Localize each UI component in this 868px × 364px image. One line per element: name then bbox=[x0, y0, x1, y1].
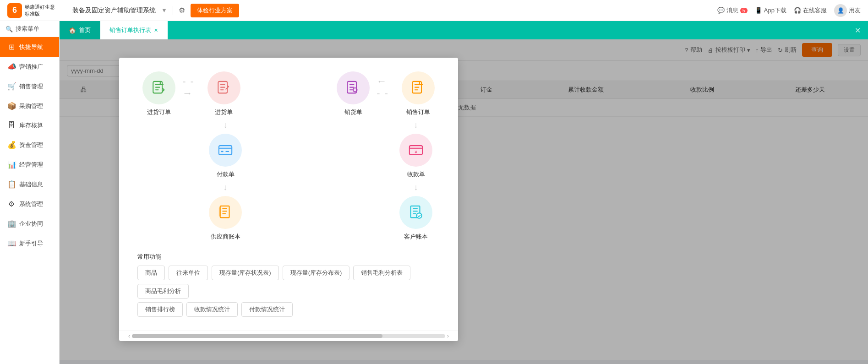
sidebar-item-operations[interactable]: 📊 经营管理 bbox=[0, 155, 59, 174]
wf-node-sales-bill[interactable]: 销货单 bbox=[332, 71, 375, 116]
sidebar-item-label: 营销推广 bbox=[19, 63, 43, 71]
home-icon: 🏠 bbox=[69, 27, 76, 34]
wf-node-sales-order[interactable]: 销售订单 bbox=[397, 71, 440, 116]
sales-order-icon bbox=[402, 71, 435, 104]
wf-node-purchase-order[interactable]: 进货订单 bbox=[137, 71, 180, 116]
settings-icon[interactable]: ⚙ bbox=[179, 6, 185, 15]
message-badge: 5 bbox=[740, 8, 748, 13]
app-container: 6 畅康通好生意 标准版 装备及固定资产辅助管理系统 ▼ ⚙ 体验行业方案 💬 … bbox=[0, 0, 868, 364]
workflow-row-1: 进货订单 - - → bbox=[137, 71, 440, 116]
headset-icon: 🎧 bbox=[794, 7, 801, 14]
arrow-down-purchase: ↓ bbox=[202, 121, 249, 129]
modal-scrollbar: ‹ › bbox=[119, 331, 458, 341]
purchase-bill-icon bbox=[207, 71, 240, 104]
phone-icon: 📱 bbox=[755, 7, 762, 14]
sales-icon: 🛒 bbox=[7, 82, 16, 91]
sidebar-item-sales[interactable]: 🛒 销售管理 bbox=[0, 76, 59, 96]
sidebar-item-basic-info[interactable]: 📋 基础信息 bbox=[0, 174, 59, 194]
workflow-row-arrows: ↓ ↓ bbox=[137, 121, 440, 129]
sidebar: 🔍 搜索菜单 ⊞ 快捷导航 📣 营销推广 🛒 销售管理 📦 采购管理 🗄 bbox=[0, 21, 60, 364]
func-btn-payment-stats[interactable]: 付款情况统计 bbox=[241, 302, 293, 317]
modal-overlay: 进货订单 - - → bbox=[60, 39, 868, 364]
window-close-button[interactable]: ✕ bbox=[847, 26, 868, 35]
sidebar-item-label: 销售管理 bbox=[19, 82, 43, 91]
dropdown-arrow-icon[interactable]: ▼ bbox=[161, 7, 167, 14]
common-functions: 常用功能 商品 往来单位 现存量(库存状况表) 现存量(库存分布表) 销售毛利分… bbox=[137, 253, 440, 317]
workflow-row-3: 供应商账本 bbox=[137, 196, 440, 241]
scroll-left-arrow[interactable]: ‹ bbox=[128, 333, 130, 339]
wf-node-payment-bill[interactable]: 付款单 bbox=[202, 134, 249, 179]
sidebar-item-label: 库存核算 bbox=[19, 121, 43, 130]
purchase-order-label: 进货订单 bbox=[147, 108, 171, 116]
logo-text: 畅康通好生意 标准版 bbox=[25, 4, 55, 17]
quick-nav-icon: ⊞ bbox=[7, 43, 16, 51]
arrow-down-sales: ↓ bbox=[392, 121, 440, 129]
func-btn-counterparty[interactable]: 往来单位 bbox=[169, 266, 208, 280]
app-download-button[interactable]: 📱 App下载 bbox=[755, 6, 786, 15]
payment-bill-label: 付款单 bbox=[217, 170, 235, 179]
sidebar-item-quick-nav[interactable]: ⊞ 快捷导航 bbox=[0, 37, 59, 57]
func-btn-product-margin[interactable]: 商品毛利分析 bbox=[137, 284, 189, 299]
sidebar-item-label: 快捷导航 bbox=[19, 43, 43, 51]
avatar: 👤 bbox=[834, 4, 847, 17]
message-icon: 💬 bbox=[717, 7, 725, 14]
search-icon: 🔍 bbox=[5, 26, 13, 33]
svg-rect-9 bbox=[220, 206, 229, 218]
tab-bar: 🏠 首页 销售订单执行表 ✕ ✕ bbox=[60, 21, 868, 39]
svg-rect-5 bbox=[219, 146, 232, 155]
wf-node-receipt-bill[interactable]: ¥ 收款单 bbox=[392, 134, 440, 179]
sidebar-item-label: 资金管理 bbox=[19, 141, 43, 149]
wf-node-purchase-bill[interactable]: 进货单 bbox=[202, 71, 246, 116]
func-btn-sales-ranking[interactable]: 销售排行榜 bbox=[137, 302, 183, 317]
supplier-ledger-label: 供应商账本 bbox=[211, 233, 240, 241]
arrow-right-1: - - → bbox=[182, 76, 201, 99]
top-bar-right: 💬 消息 5 📱 App下载 🎧 在线客服 👤 用友 bbox=[717, 4, 861, 17]
main-area: 🔍 搜索菜单 ⊞ 快捷导航 📣 营销推广 🛒 销售管理 📦 采购管理 🗄 bbox=[0, 21, 868, 364]
common-func-title: 常用功能 bbox=[137, 253, 440, 261]
sidebar-item-finance[interactable]: 💰 资金管理 bbox=[0, 135, 59, 155]
receipt-bill-icon: ¥ bbox=[399, 134, 432, 167]
logo-area: 6 畅康通好生意 标准版 bbox=[7, 3, 67, 18]
top-bar-divider bbox=[173, 6, 173, 15]
func-btn-sales-margin[interactable]: 销售毛利分析表 bbox=[353, 266, 410, 280]
sidebar-item-marketing[interactable]: 📣 营销推广 bbox=[0, 57, 59, 76]
func-btn-product[interactable]: 商品 bbox=[137, 266, 165, 280]
trial-button[interactable]: 体验行业方案 bbox=[191, 4, 239, 17]
sidebar-item-purchase[interactable]: 📦 采购管理 bbox=[0, 96, 59, 116]
system-title: 装备及固定资产辅助管理系统 bbox=[72, 6, 156, 15]
func-btn-receipt-stats[interactable]: 收款情况统计 bbox=[186, 302, 238, 317]
tab-sales-order-exec[interactable]: 销售订单执行表 ✕ bbox=[100, 21, 168, 39]
purchase-order-icon bbox=[142, 71, 175, 104]
func-btn-inventory-dist[interactable]: 现存量(库存分布表) bbox=[283, 266, 350, 280]
tab-home[interactable]: 🏠 首页 bbox=[60, 21, 100, 39]
svg-point-12 bbox=[416, 213, 421, 218]
scroll-track[interactable] bbox=[132, 334, 445, 338]
scroll-thumb[interactable] bbox=[132, 334, 382, 338]
page-content: ? 帮助 🖨 按模板打印 ▾ ↑ 导出 ↻ 刷新 bbox=[60, 39, 868, 364]
marketing-icon: 📣 bbox=[7, 62, 16, 71]
sidebar-item-label: 基础信息 bbox=[19, 180, 43, 189]
message-button[interactable]: 💬 消息 5 bbox=[717, 6, 748, 15]
sidebar-item-label: 系统管理 bbox=[19, 200, 43, 208]
sidebar-item-inventory[interactable]: 🗄 库存核算 bbox=[0, 116, 59, 135]
arrow-down-receipt: ↓ bbox=[392, 183, 440, 191]
scroll-right-arrow[interactable]: › bbox=[447, 333, 449, 339]
wf-node-customer-ledger[interactable]: 客户账本 bbox=[392, 196, 440, 241]
inventory-icon: 🗄 bbox=[7, 121, 16, 130]
sidebar-item-system[interactable]: ⚙ 系统管理 bbox=[0, 194, 59, 214]
func-btn-inventory-status[interactable]: 现存量(库存状况表) bbox=[212, 266, 279, 280]
sales-order-label: 销售订单 bbox=[406, 108, 430, 116]
arrow-left-1: ← - - bbox=[377, 76, 395, 99]
tab-close-icon[interactable]: ✕ bbox=[154, 27, 158, 33]
receipt-bill-label: 收款单 bbox=[407, 170, 425, 179]
workflow-row-2: 付款单 bbox=[137, 134, 440, 179]
workflow-row-arrows-2: ↓ ↓ bbox=[137, 183, 440, 191]
search-menu[interactable]: 🔍 搜索菜单 bbox=[0, 21, 59, 37]
user-menu[interactable]: 👤 用友 bbox=[834, 4, 861, 17]
sidebar-item-newbie[interactable]: 📖 新手引导 bbox=[0, 234, 59, 253]
online-service-button[interactable]: 🎧 在线客服 bbox=[794, 6, 827, 15]
customer-ledger-icon bbox=[399, 196, 432, 229]
wf-node-supplier-ledger[interactable]: 供应商账本 bbox=[202, 196, 249, 241]
sidebar-item-enterprise[interactable]: 🏢 企业协同 bbox=[0, 214, 59, 234]
arrow-down-payment: ↓ bbox=[202, 183, 249, 191]
